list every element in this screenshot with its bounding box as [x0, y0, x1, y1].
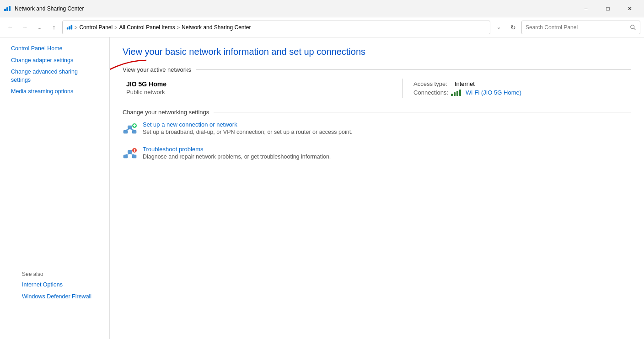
svg-line-21	[130, 154, 134, 155]
svg-rect-1	[6, 7, 8, 11]
svg-rect-18	[132, 155, 136, 158]
connections-label: Connections:	[413, 89, 448, 96]
titlebar-title: Network and Sharing Center	[15, 5, 84, 12]
up-button[interactable]: ↑	[48, 21, 60, 34]
search-icon	[630, 24, 636, 31]
new-connection-desc: Set up a broadband, dial-up, or VPN conn…	[143, 129, 353, 135]
troubleshoot-icon	[123, 147, 137, 161]
network-access-cell: Access type: Internet Connections: Wi-Fi…	[402, 79, 631, 98]
svg-line-7	[634, 28, 636, 30]
search-input[interactable]	[526, 24, 628, 31]
new-connection-content: Set up a new connection or network Set u…	[143, 121, 353, 135]
active-networks-divider	[196, 69, 631, 70]
titlebar-left: Network and Sharing Center	[4, 5, 84, 12]
svg-rect-3	[67, 27, 69, 29]
maximize-button[interactable]: □	[597, 2, 618, 16]
main-container: Control Panel Home Change adapter settin…	[0, 37, 644, 339]
svg-point-6	[631, 25, 634, 28]
connections-row: Connections: Wi-Fi (JIO 5G Home)	[413, 89, 628, 96]
minimize-button[interactable]: –	[575, 2, 596, 16]
breadcrumb-sep-0: >	[75, 25, 77, 30]
access-type-value: Internet	[455, 80, 475, 87]
breadcrumb-sep-2: >	[177, 25, 180, 30]
addressbar: ← → ⌄ ↑ > Control Panel > All Control Pa…	[0, 17, 644, 37]
see-also-title: See also	[11, 264, 102, 279]
svg-line-13	[130, 129, 134, 130]
new-connection-icon	[123, 122, 137, 137]
svg-rect-5	[71, 25, 73, 29]
see-also-section: See also Internet Options Windows Defend…	[11, 264, 102, 302]
breadcrumb-icon	[66, 24, 73, 31]
sidebar: Control Panel Home Change adapter settin…	[0, 37, 110, 339]
troubleshoot-desc: Diagnose and repair network problems, or…	[143, 154, 331, 160]
content-area: View your basic network information and …	[110, 37, 644, 339]
change-settings-divider	[214, 112, 631, 112]
sidebar-item-windows-defender[interactable]: Windows Defender Firewall	[11, 291, 102, 303]
sidebar-item-change-adapter[interactable]: Change adapter settings	[0, 55, 109, 67]
troubleshoot-link[interactable]: Troubleshoot problems	[143, 146, 203, 153]
svg-rect-2	[9, 6, 11, 11]
close-button[interactable]: ✕	[619, 2, 640, 16]
network-info-cell: JIO 5G Home Public network	[123, 79, 402, 98]
breadcrumb-all-items[interactable]: All Control Panel Items	[119, 24, 175, 31]
sidebar-item-control-panel-home[interactable]: Control Panel Home	[0, 43, 109, 55]
sidebar-item-media-streaming[interactable]: Media streaming options	[0, 86, 109, 98]
network-table: JIO 5G Home Public network Access type: …	[123, 79, 631, 98]
titlebar-controls: – □ ✕	[575, 2, 640, 16]
breadcrumb-sep-1: >	[114, 25, 117, 30]
change-settings-label: Change your networking settings	[123, 109, 209, 116]
recent-button[interactable]: ⌄	[33, 21, 46, 34]
sidebar-item-internet-options[interactable]: Internet Options	[11, 279, 102, 291]
svg-rect-19	[128, 150, 132, 154]
breadcrumb: > Control Panel > All Control Panel Item…	[62, 21, 490, 34]
sidebar-item-change-advanced-sharing[interactable]: Change advanced sharing settings	[0, 66, 109, 86]
forward-button[interactable]: →	[18, 21, 31, 34]
network-type: Public network	[126, 89, 398, 95]
address-dropdown-button[interactable]: ⌄	[492, 21, 505, 34]
svg-rect-0	[4, 9, 6, 11]
active-networks-label: View your active networks	[123, 66, 191, 73]
svg-rect-10	[132, 130, 136, 133]
titlebar: Network and Sharing Center – □ ✕	[0, 0, 644, 17]
page-title: View your basic network information and …	[123, 47, 631, 57]
access-type-row: Access type: Internet	[413, 80, 628, 87]
back-button[interactable]: ←	[4, 21, 16, 34]
svg-rect-4	[69, 26, 70, 29]
svg-line-20	[126, 154, 130, 155]
change-settings-header: Change your networking settings	[123, 109, 631, 116]
svg-rect-11	[128, 126, 132, 129]
settings-item-new-connection: Set up a new connection or network Set u…	[123, 121, 631, 137]
breadcrumb-control-panel[interactable]: Control Panel	[79, 24, 113, 31]
access-type-label: Access type:	[413, 80, 447, 87]
svg-line-12	[126, 129, 130, 130]
svg-rect-9	[123, 130, 128, 133]
wifi-connection-link[interactable]: Wi-Fi (JIO 5G Home)	[466, 89, 521, 96]
wifi-icon	[451, 90, 461, 96]
svg-point-24	[134, 151, 135, 152]
breadcrumb-current: Network and Sharing Center	[182, 24, 251, 31]
search-box	[521, 21, 640, 34]
svg-rect-17	[123, 155, 128, 158]
network-name: JIO 5G Home	[126, 80, 398, 88]
troubleshoot-content: Troubleshoot problems Diagnose and repai…	[143, 146, 331, 160]
refresh-button[interactable]: ↻	[507, 21, 520, 34]
new-connection-link[interactable]: Set up a new connection or network	[143, 121, 237, 128]
settings-item-troubleshoot: Troubleshoot problems Diagnose and repai…	[123, 146, 631, 161]
app-icon	[4, 5, 11, 12]
active-networks-header: View your active networks	[123, 66, 631, 73]
